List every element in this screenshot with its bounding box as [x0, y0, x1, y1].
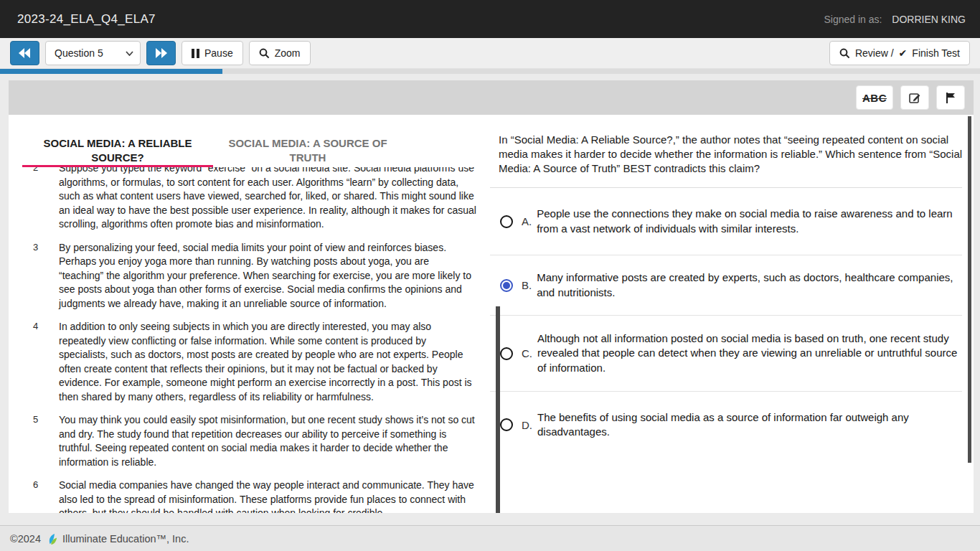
- answer-option-d[interactable]: D. The benefits of using social media as…: [490, 392, 962, 458]
- previous-question-button[interactable]: [10, 41, 39, 65]
- option-letter: D.: [522, 419, 532, 431]
- answer-option-a[interactable]: A. People use the connections they make …: [490, 188, 962, 255]
- paragraph-text: In addition to only seeing subjects in w…: [59, 320, 476, 404]
- paragraph-text: By personalizing your feed, social media…: [59, 241, 476, 311]
- answer-option-c[interactable]: C. Although not all information posted o…: [490, 316, 962, 392]
- strikethrough-abc-label: ABC: [862, 92, 887, 104]
- test-progress-bar: [0, 69, 980, 74]
- navigation-toolbar: Question 5 Pause Zoom Review / ✔ Finish …: [0, 38, 980, 69]
- app-header: 2023-24_ELA_Q4_ELA7 Signed in as: DORRIE…: [0, 0, 980, 38]
- test-title: 2023-24_ELA_Q4_ELA7: [17, 12, 156, 27]
- radio-option-b[interactable]: [500, 279, 513, 292]
- paragraph-number: 3: [33, 241, 59, 311]
- next-question-button[interactable]: [146, 41, 176, 65]
- notes-tool-button[interactable]: [900, 85, 929, 110]
- question-select-value: Question 5: [55, 47, 103, 59]
- paragraph-number: 4: [33, 320, 59, 404]
- paragraph-text: Suppose you typed the keyword “exercise”…: [59, 161, 476, 232]
- page-footer: ©2024 Illuminate Education™, Inc.: [0, 525, 980, 551]
- signed-in-status: Signed in as: DORRIEN KING: [824, 14, 966, 25]
- radio-option-c[interactable]: [500, 347, 513, 360]
- question-select[interactable]: Question 5: [45, 41, 141, 65]
- question-pane: In “Social Media: A Reliable Source?,” t…: [490, 115, 962, 513]
- copyright-text: ©2024: [10, 533, 41, 545]
- option-letter: B.: [522, 279, 532, 291]
- zoom-button[interactable]: Zoom: [249, 41, 311, 65]
- option-text: Although not all information posted on s…: [537, 331, 962, 376]
- signed-in-label: Signed in as:: [824, 14, 882, 25]
- passage-paragraph: 6 Social media companies have changed th…: [33, 479, 484, 513]
- passage-body: 2 Suppose you typed the keyword “exercis…: [9, 161, 484, 513]
- option-letter: A.: [522, 215, 532, 227]
- passage-paragraph: 4 In addition to only seeing subjects in…: [33, 320, 484, 404]
- tab-social-media-source-of-truth[interactable]: SOCIAL MEDIA: A SOURCE OF TRUTH: [215, 115, 400, 167]
- question-block: In “Social Media: A Reliable Source?,” t…: [490, 115, 962, 188]
- review-label: Review /: [855, 47, 894, 59]
- content-scrollbar-thumb[interactable]: [968, 116, 971, 463]
- option-text: The benefits of using social media as a …: [537, 410, 962, 440]
- zoom-label: Zoom: [275, 47, 301, 59]
- paragraph-number: 2: [33, 161, 59, 232]
- finish-test-label: Finish Test: [912, 47, 960, 59]
- paragraph-text: You may think you could easily spot misi…: [59, 413, 476, 469]
- answers-scrollbar-thumb[interactable]: [496, 306, 500, 513]
- passage-tabs: SOCIAL MEDIA: A RELIABLE SOURCE? SOCIAL …: [9, 115, 484, 167]
- strikethrough-tool-button[interactable]: ABC: [856, 85, 893, 110]
- paragraph-number: 5: [33, 413, 59, 469]
- checkmark-icon: ✔: [899, 47, 908, 59]
- flag-question-button[interactable]: [936, 85, 965, 110]
- company-name: Illuminate Education™, Inc.: [62, 533, 189, 545]
- magnifier-icon: [259, 48, 270, 59]
- content-panel: SOCIAL MEDIA: A RELIABLE SOURCE? SOCIAL …: [9, 115, 974, 513]
- question-toolbar: ABC: [9, 80, 974, 115]
- illuminate-leaf-icon: [46, 533, 57, 545]
- radio-option-a[interactable]: [500, 215, 513, 228]
- flag-icon: [945, 92, 956, 103]
- review-finish-test-button[interactable]: Review / ✔ Finish Test: [829, 41, 970, 65]
- chevron-down-icon: [126, 51, 133, 56]
- option-text: People use the connections they make on …: [537, 207, 962, 236]
- option-text: Many informative posts are created by ex…: [537, 270, 962, 300]
- radio-option-d[interactable]: [500, 418, 513, 431]
- double-chevron-right-icon: [155, 48, 167, 58]
- passage-paragraph: 5 You may think you could easily spot mi…: [33, 413, 484, 469]
- passage-paragraph: 3 By personalizing your feed, social med…: [33, 241, 484, 311]
- user-name: DORRIEN KING: [892, 14, 966, 25]
- passage-paragraph: 2 Suppose you typed the keyword “exercis…: [33, 161, 484, 232]
- pencil-square-icon: [909, 92, 921, 104]
- question-text: In “Social Media: A Reliable Source?,” t…: [499, 133, 966, 176]
- paragraph-number: 6: [33, 479, 59, 513]
- passage-pane: SOCIAL MEDIA: A RELIABLE SOURCE? SOCIAL …: [9, 115, 484, 513]
- pause-icon: [192, 49, 199, 58]
- double-chevron-left-icon: [19, 48, 31, 58]
- answer-option-b[interactable]: B. Many informative posts are created by…: [490, 255, 962, 316]
- paragraph-text: Social media companies have changed the …: [59, 479, 476, 513]
- tab-social-media-reliable-source[interactable]: SOCIAL MEDIA: A RELIABLE SOURCE?: [20, 115, 215, 167]
- pause-button[interactable]: Pause: [182, 41, 243, 65]
- option-letter: C.: [522, 347, 532, 359]
- progress-fill: [0, 69, 222, 74]
- magnifier-icon: [839, 48, 850, 59]
- pause-label: Pause: [204, 47, 233, 59]
